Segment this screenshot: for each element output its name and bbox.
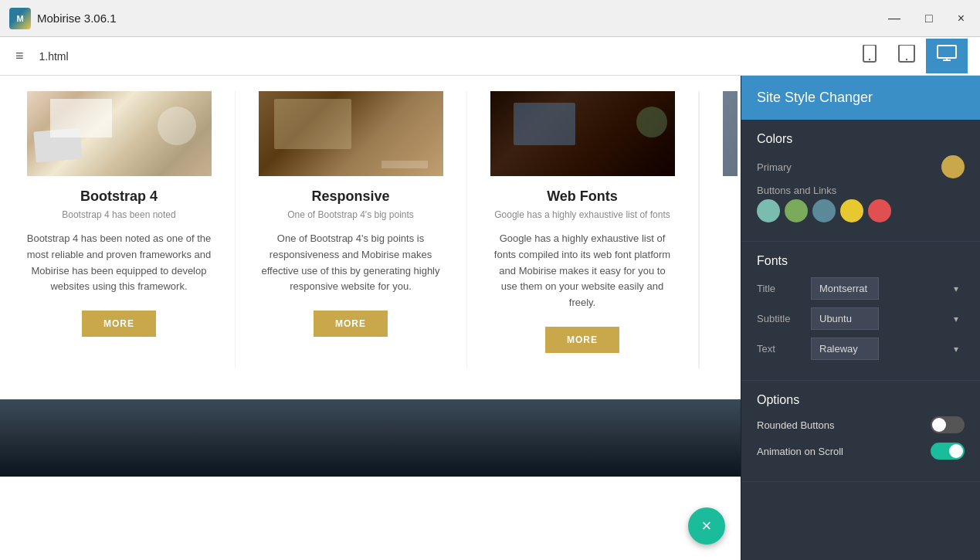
card-webfonts: Web Fonts Google has a highly exhaustive… xyxy=(467,91,699,368)
colors-section-title: Colors xyxy=(757,132,965,146)
card-more-button-bootstrap4[interactable]: MORE xyxy=(82,311,156,337)
subtitle-font-row: Subtitle Ubuntu Montserrat Raleway Robot… xyxy=(757,307,965,330)
rounded-buttons-label: Rounded Buttons xyxy=(757,419,931,431)
primary-color-row: Primary xyxy=(757,155,965,178)
text-font-row: Text Raleway Montserrat Ubuntu Roboto Op… xyxy=(757,338,965,360)
color-swatch-green[interactable] xyxy=(785,199,808,222)
card-text-responsive: One of Bootstrap 4's big points is respo… xyxy=(259,231,443,295)
tablet-view-button[interactable] xyxy=(887,39,926,73)
subtitle-font-select[interactable]: Ubuntu Montserrat Raleway Roboto Open Sa… xyxy=(811,307,879,330)
color-swatch-yellow[interactable] xyxy=(840,199,863,222)
title-bar-left: M Mobirise 3.06.1 xyxy=(9,8,117,29)
fab-close-button[interactable]: × xyxy=(688,507,725,545)
card-text-bootstrap4: Bootstrap 4 has been noted as one of the… xyxy=(27,231,212,295)
card-subtitle-responsive: One of Bootstrap 4's big points xyxy=(259,209,443,220)
fonts-section-title: Fonts xyxy=(757,254,965,268)
svg-point-3 xyxy=(906,59,907,60)
card-more-button-webfonts[interactable]: MORE xyxy=(545,327,619,353)
color-swatch-blue[interactable] xyxy=(812,199,836,222)
cards-section: Bootstrap 4 Bootstrap 4 has been noted B… xyxy=(0,76,741,399)
card-image-bootstrap4 xyxy=(27,91,212,176)
sidebar-panel: Site Style Changer Colors Primary Button… xyxy=(741,76,980,560)
options-section-title: Options xyxy=(757,393,965,407)
buttons-links-label: Buttons and Links xyxy=(757,185,836,196)
primary-color-swatch[interactable] xyxy=(941,155,965,178)
close-button[interactable]: × xyxy=(951,8,971,29)
svg-point-1 xyxy=(869,59,870,60)
app-title: Mobirise 3.06.1 xyxy=(37,12,117,25)
sidebar-title: Site Style Changer xyxy=(757,90,873,105)
buttons-links-color-row: Buttons and Links xyxy=(757,185,965,222)
color-swatches xyxy=(757,199,891,222)
sidebar-header: Site Style Changer xyxy=(741,76,980,120)
minimize-button[interactable]: — xyxy=(882,8,907,29)
card-responsive: Responsive One of Bootstrap 4's big poin… xyxy=(236,91,467,368)
title-font-select-wrapper: Montserrat Ubuntu Raleway Roboto Open Sa… xyxy=(811,277,965,300)
mobile-view-button[interactable] xyxy=(852,39,887,73)
title-font-select[interactable]: Montserrat Ubuntu Raleway Roboto Open Sa… xyxy=(811,277,879,300)
hamburger-menu-button[interactable]: ≡ xyxy=(12,45,27,67)
card-image-webfonts xyxy=(490,91,675,176)
text-font-select[interactable]: Raleway Montserrat Ubuntu Roboto Open Sa… xyxy=(811,338,879,360)
desktop-view-button[interactable] xyxy=(926,39,968,73)
card-partial xyxy=(699,91,738,368)
subtitle-font-label: Subtitle xyxy=(757,313,803,324)
card-title-webfonts: Web Fonts xyxy=(490,188,675,205)
card-more-button-responsive[interactable]: MORE xyxy=(314,311,388,337)
maximize-button[interactable]: □ xyxy=(919,8,939,29)
canvas: Bootstrap 4 Bootstrap 4 has been noted B… xyxy=(0,76,741,560)
bottom-background xyxy=(0,399,741,477)
subtitle-font-select-wrapper: Ubuntu Montserrat Raleway Roboto Open Sa… xyxy=(811,307,965,330)
fonts-section: Fonts Title Montserrat Ubuntu Raleway Ro… xyxy=(741,242,980,381)
title-bar: M Mobirise 3.06.1 — □ × xyxy=(0,0,980,37)
primary-color-label: Primary xyxy=(757,161,941,173)
title-font-label: Title xyxy=(757,283,803,294)
svg-rect-4 xyxy=(938,46,956,58)
card-text-webfonts: Google has a highly exhaustive list of f… xyxy=(490,231,675,311)
title-font-row: Title Montserrat Ubuntu Raleway Roboto O… xyxy=(757,277,965,300)
window-controls: — □ × xyxy=(882,8,971,29)
fab-icon: × xyxy=(702,516,712,536)
card-title-bootstrap4: Bootstrap 4 xyxy=(27,188,212,205)
card-title-responsive: Responsive xyxy=(259,188,443,205)
color-swatch-teal[interactable] xyxy=(757,199,780,222)
file-name-label: 1.html xyxy=(39,50,852,63)
app-icon: M xyxy=(9,8,31,29)
view-switcher xyxy=(852,39,968,73)
animation-scroll-row: Animation on Scroll xyxy=(757,443,965,460)
rounded-buttons-toggle[interactable] xyxy=(931,416,965,433)
toolbar: ≡ 1.html xyxy=(0,37,980,76)
color-swatch-red[interactable] xyxy=(868,199,891,222)
card-bootstrap4: Bootstrap 4 Bootstrap 4 has been noted B… xyxy=(4,91,236,368)
card-image-partial xyxy=(723,91,738,176)
text-font-select-wrapper: Raleway Montserrat Ubuntu Roboto Open Sa… xyxy=(811,338,965,360)
colors-section: Colors Primary Buttons and Links xyxy=(741,120,980,242)
card-image-responsive xyxy=(259,91,443,176)
animation-scroll-label: Animation on Scroll xyxy=(757,446,931,457)
rounded-buttons-row: Rounded Buttons xyxy=(757,416,965,433)
animation-scroll-toggle[interactable] xyxy=(931,443,965,460)
text-font-label: Text xyxy=(757,343,803,355)
options-section: Options Rounded Buttons Animation on Scr… xyxy=(741,381,980,482)
card-subtitle-bootstrap4: Bootstrap 4 has been noted xyxy=(27,209,212,220)
card-subtitle-webfonts: Google has a highly exhaustive list of f… xyxy=(490,209,675,220)
main-area: Bootstrap 4 Bootstrap 4 has been noted B… xyxy=(0,76,980,560)
